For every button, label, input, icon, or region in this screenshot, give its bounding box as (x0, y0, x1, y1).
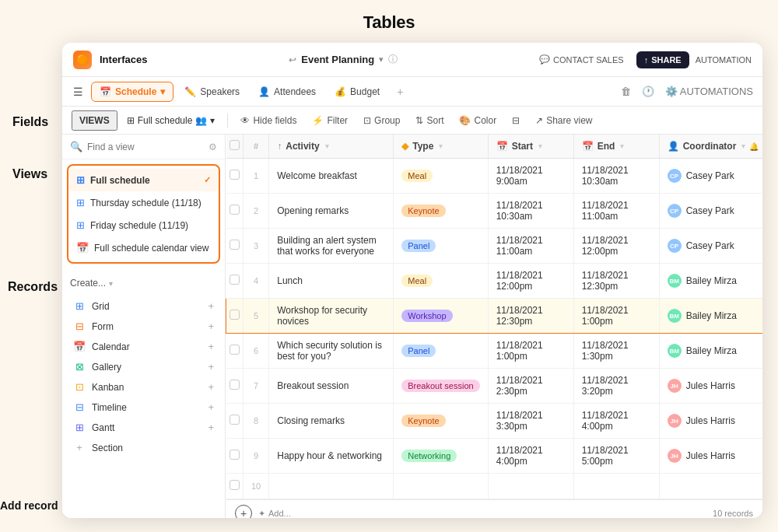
share-label: SHARE (651, 55, 682, 65)
end-time: 11:00am (582, 211, 619, 222)
activity-cell[interactable]: Building an alert system that works for … (269, 229, 394, 264)
start-th-label: Start (512, 141, 533, 152)
activity-cell[interactable]: Workshop for security novices (269, 299, 394, 334)
activity-cell[interactable]: Breakout session (269, 369, 394, 404)
activity-cell[interactable]: Closing remarks (269, 404, 394, 439)
automations-tab-button[interactable]: ⚙️ AUTOMATIONS (662, 82, 756, 100)
hide-fields-button[interactable]: 👁 Hide fields (234, 112, 303, 129)
end-date: 11/18/2021 (582, 445, 629, 456)
row-checkbox[interactable] (230, 310, 240, 320)
color-button[interactable]: 🎨 Color (453, 112, 503, 129)
create-option-kanban[interactable]: ⊡ Kanban + (70, 377, 217, 397)
end-time: 1:30pm (582, 351, 613, 362)
toolbar: VIEWS ⊞ Full schedule 👥 ▾ 👁 Hide fields … (62, 107, 762, 135)
activity-cell[interactable]: Welcome breakfast (269, 159, 394, 194)
tab-speakers[interactable]: ✏️ Speakers (177, 82, 247, 101)
row-checkbox[interactable] (230, 450, 240, 460)
start-time: 12:00pm (496, 281, 533, 292)
timeline-plus-icon: + (208, 401, 214, 413)
info-icon[interactable]: ⓘ (388, 53, 398, 66)
color-icon: 🎨 (459, 115, 471, 126)
sidebar-item-friday-schedule[interactable]: ⊞ Friday schedule (11/19) (68, 214, 219, 236)
row-checkbox[interactable] (230, 240, 240, 250)
header-checkbox[interactable] (230, 140, 240, 150)
coordinator-avatar: BM (668, 274, 682, 288)
tab-schedule[interactable]: 📅 Schedule ▾ (91, 82, 173, 102)
filter-button[interactable]: ⚡ Filter (306, 112, 354, 129)
find-view-input[interactable] (87, 142, 204, 152)
end-date: 11/18/2021 (582, 235, 629, 246)
sidebar: 🔍 ⚙ ⊞ Full schedule ✓ ⊞ Thursday schedul… (62, 135, 226, 518)
row-checkbox[interactable] (230, 380, 240, 390)
tab-attendees[interactable]: 👤 Attendees (251, 82, 324, 101)
type-badge: Workshop (401, 310, 452, 322)
activity-cell[interactable]: Which security solution is best for you? (269, 334, 394, 369)
sidebar-item-thursday-schedule[interactable]: ⊞ Thursday schedule (11/18) (68, 191, 219, 214)
row-checkbox[interactable] (230, 345, 240, 355)
th-coordinator[interactable]: 👤 Coordinator ▾ 🔔 (659, 135, 762, 159)
add-tab-button[interactable]: + (391, 82, 409, 101)
activity-cell[interactable]: Lunch (269, 264, 394, 299)
sidebar-item-full-schedule[interactable]: ⊞ Full schedule ✓ (68, 169, 219, 191)
group-icon: ⊡ (363, 115, 371, 126)
full-schedule-button[interactable]: ⊞ Full schedule 👥 ▾ (121, 112, 222, 129)
table-footer: + ✦ Add... 10 records (226, 499, 762, 518)
tab-bar: ☰ 📅 Schedule ▾ ✏️ Speakers 👤 Attendees 💰… (62, 77, 762, 107)
sparkle-icon: ✦ (258, 509, 265, 519)
create-option-grid[interactable]: ⊞ Grid + (70, 296, 217, 316)
row-height-icon: ⊟ (512, 115, 520, 126)
hide-fields-label: Hide fields (253, 115, 296, 126)
history-button[interactable]: 🕐 (639, 82, 657, 100)
create-option-gantt[interactable]: ⊞ Gantt + (70, 418, 217, 437)
table-row: 1 Welcome breakfast Meal 11/18/2021 9:00… (226, 159, 763, 194)
row-height-button[interactable]: ⊟ (506, 112, 526, 129)
coordinator-inner: JH Jules Harris (668, 379, 759, 393)
create-option-section[interactable]: + Section (70, 438, 217, 457)
hamburger-button[interactable]: ☰ (68, 82, 88, 101)
contact-sales-button[interactable]: 💬 CONTACT SALES (533, 51, 630, 68)
row-checkbox[interactable] (230, 275, 240, 285)
share-view-button[interactable]: ↗ Share view (529, 112, 598, 129)
group-button[interactable]: ⊡ Group (357, 112, 406, 129)
section-label: Section (92, 443, 214, 453)
th-type[interactable]: ◆ Type ▾ (394, 135, 488, 159)
annotation-views: Views (12, 167, 47, 181)
sidebar-item-full-calendar[interactable]: 📅 Full schedule calendar view (68, 236, 219, 259)
th-start[interactable]: 📅 Start ▾ (488, 135, 573, 159)
row-checkbox[interactable] (230, 415, 240, 425)
start-time: 11:00am (496, 246, 533, 257)
create-option-form[interactable]: ⊟ Form + (70, 317, 217, 336)
create-option-gallery[interactable]: ⊠ Gallery + (70, 357, 217, 376)
create-option-calendar[interactable]: 📅 Calendar + (70, 337, 217, 356)
add-row-button[interactable]: + (235, 505, 252, 518)
start-time: 1:00pm (496, 351, 527, 362)
create-option-timeline[interactable]: ⊟ Timeline + (70, 397, 217, 417)
gantt-plus-icon: + (208, 422, 214, 433)
add-field-button[interactable]: ✦ Add... (258, 509, 291, 519)
coordinator-avatar: CP (668, 239, 682, 253)
row-checkbox[interactable] (230, 480, 240, 490)
sort-button[interactable]: ⇅ Sort (409, 112, 450, 129)
sidebar-search: 🔍 ⚙ (62, 135, 225, 159)
th-end[interactable]: 📅 End ▾ (573, 135, 659, 159)
tab-budget[interactable]: 💰 Budget (327, 82, 387, 101)
share-button[interactable]: ↑ SHARE (636, 51, 689, 68)
activity-cell[interactable]: Opening remarks (269, 194, 394, 229)
activity-cell[interactable] (269, 474, 394, 499)
create-button[interactable]: Create... ▾ (70, 275, 217, 292)
views-button[interactable]: VIEWS (72, 110, 117, 131)
start-date: 11/18/2021 (496, 340, 543, 351)
form-icon: ⊟ (73, 320, 86, 332)
row-checkbox[interactable] (230, 170, 240, 180)
start-date: 11/18/2021 (496, 410, 543, 421)
activity-cell[interactable]: Happy hour & networking (269, 439, 394, 474)
table-row: 2 Opening remarks Keynote 11/18/2021 10:… (226, 194, 763, 229)
th-activity[interactable]: ↑ Activity ▾ (269, 135, 394, 159)
gear-icon[interactable]: ⚙ (209, 142, 217, 152)
trash-button[interactable]: 🗑 (618, 82, 634, 100)
row-num-cell: 5 (244, 299, 269, 334)
automation-button[interactable]: AUTOMATION (696, 55, 752, 65)
share-view-icon: ↗ (535, 115, 543, 126)
row-checkbox[interactable] (230, 205, 240, 215)
activity-th-icon: ↑ (277, 141, 282, 152)
